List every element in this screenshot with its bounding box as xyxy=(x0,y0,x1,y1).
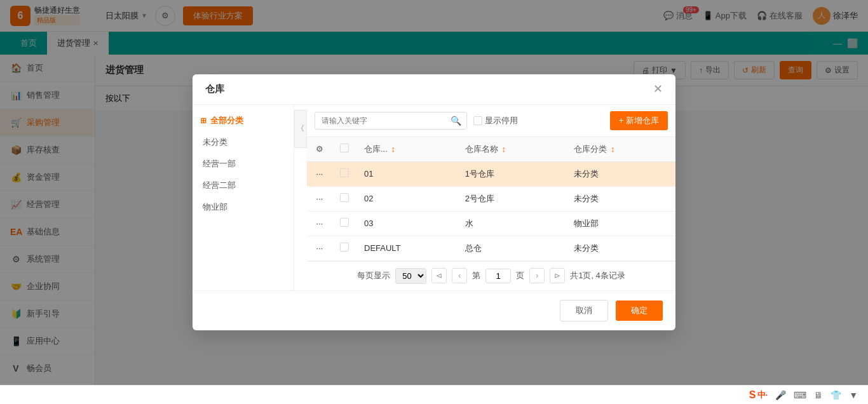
mic-icon[interactable]: 🎤 xyxy=(775,390,786,400)
sort-icon: ↕ xyxy=(391,144,395,154)
page-unit: 页 xyxy=(516,270,524,281)
cancel-button[interactable]: 取消 xyxy=(560,300,608,321)
col-name[interactable]: 仓库名称 ↕ xyxy=(458,137,567,162)
collapse-panel-button[interactable]: 《 xyxy=(294,110,307,148)
warehouse-dialog: 仓库 ✕ ⊞ 全部分类 未分类 经营一部 经营二部 xyxy=(193,74,675,330)
col-category-label: 仓库分类 xyxy=(574,144,607,154)
sort-icon: ↕ xyxy=(501,144,506,154)
show-disabled-checkbox[interactable] xyxy=(473,116,482,125)
total-info: 共1页, 4条记录 xyxy=(570,270,625,281)
category-item[interactable]: 物业部 xyxy=(193,196,294,218)
table-row[interactable]: ··· DEFAULT 总仓 未分类 xyxy=(307,236,675,260)
next-page-button[interactable]: › xyxy=(529,268,545,283)
row-category: 未分类 xyxy=(566,236,675,260)
row-gear: ··· xyxy=(307,161,332,186)
add-warehouse-button[interactable]: + 新增仓库 xyxy=(610,111,668,130)
row-name: 水 xyxy=(458,211,567,236)
per-page-select[interactable]: 50 xyxy=(395,268,426,284)
search-input[interactable] xyxy=(315,113,445,128)
category-item-label: 未分类 xyxy=(203,137,227,147)
page-number-input[interactable] xyxy=(485,269,511,283)
row-gear: ··· xyxy=(307,186,332,211)
col-checkbox xyxy=(332,137,356,162)
col-name-label: 仓库名称 xyxy=(465,144,498,154)
table-row[interactable]: ··· 01 1号仓库 未分类 xyxy=(307,161,675,186)
monitor-icon[interactable]: 🖥 xyxy=(814,390,823,400)
table-row[interactable]: ··· 02 2号仓库 未分类 xyxy=(307,186,675,211)
first-page-button[interactable]: ⊲ xyxy=(431,268,447,283)
table-panel: 🔍 显示停用 + 新增仓库 ⚙ xyxy=(307,105,675,290)
col-code-label: 仓库... xyxy=(364,144,388,154)
prev-page-button[interactable]: ‹ xyxy=(452,268,467,283)
grid-icon: ⊞ xyxy=(200,116,207,125)
row-code: 02 xyxy=(356,186,458,211)
pagination: 每页显示 50 ⊲ ‹ 第 页 › ⊳ 共1页, 4条记录 xyxy=(307,261,675,290)
category-all-item[interactable]: ⊞ 全部分类 xyxy=(193,110,294,131)
row-category: 物业部 xyxy=(566,211,675,236)
dialog-title: 仓库 xyxy=(205,83,224,95)
category-item[interactable]: 经营一部 xyxy=(193,153,294,175)
row-checkbox[interactable] xyxy=(332,186,356,211)
row-select-checkbox[interactable] xyxy=(340,243,349,252)
shirt-icon[interactable]: 👕 xyxy=(831,390,841,400)
search-icon[interactable]: 🔍 xyxy=(445,112,466,129)
category-item-label: 经营一部 xyxy=(203,159,236,168)
modal-overlay[interactable]: 仓库 ✕ ⊞ 全部分类 未分类 经营一部 经营二部 xyxy=(0,0,868,404)
category-panel: ⊞ 全部分类 未分类 经营一部 经营二部 物业部 xyxy=(193,105,294,290)
category-all-label: 全部分类 xyxy=(210,115,243,126)
category-item-label: 经营二部 xyxy=(203,180,236,190)
col-gear: ⚙ xyxy=(307,137,332,162)
row-gear: ··· xyxy=(307,236,332,260)
last-page-button[interactable]: ⊳ xyxy=(550,268,565,283)
page-label: 第 xyxy=(472,270,480,281)
warehouse-table: ⚙ 仓库... ↕ 仓库名称 ↕ xyxy=(307,137,675,261)
show-disabled-label[interactable]: 显示停用 xyxy=(473,115,518,126)
dialog-footer: 取消 确定 xyxy=(193,290,675,330)
row-checkbox[interactable] xyxy=(332,161,356,186)
show-disabled-text: 显示停用 xyxy=(485,115,518,126)
category-item-label: 物业部 xyxy=(203,202,227,212)
row-name: 总仓 xyxy=(458,236,567,260)
row-category: 未分类 xyxy=(566,186,675,211)
bottom-bar: S 中· 🎤 ⌨ 🖥 👕 ▼ xyxy=(0,385,868,404)
row-category: 未分类 xyxy=(566,161,675,186)
dialog-close-button[interactable]: ✕ xyxy=(653,83,663,95)
confirm-button[interactable]: 确定 xyxy=(616,300,663,321)
select-all-checkbox[interactable] xyxy=(340,144,349,152)
row-select-checkbox[interactable] xyxy=(340,193,349,202)
row-name: 2号仓库 xyxy=(458,186,567,211)
row-code: 01 xyxy=(356,161,458,186)
row-gear: ··· xyxy=(307,211,332,236)
col-category[interactable]: 仓库分类 ↕ xyxy=(566,137,675,162)
row-name: 1号仓库 xyxy=(458,161,567,186)
sort-icon: ↕ xyxy=(611,144,615,154)
s-text: 中· xyxy=(757,389,768,401)
col-code[interactable]: 仓库... ↕ xyxy=(356,137,458,162)
per-page-label: 每页显示 xyxy=(357,270,390,281)
row-select-checkbox[interactable] xyxy=(340,168,349,177)
row-checkbox[interactable] xyxy=(332,236,356,260)
row-code: DEFAULT xyxy=(356,236,458,260)
table-toolbar: 🔍 显示停用 + 新增仓库 xyxy=(307,105,675,137)
category-item[interactable]: 经营二部 xyxy=(193,175,294,196)
table-row[interactable]: ··· 03 水 物业部 xyxy=(307,211,675,236)
row-checkbox[interactable] xyxy=(332,211,356,236)
s-icon: S xyxy=(749,389,756,401)
row-code: 03 xyxy=(356,211,458,236)
dialog-body: ⊞ 全部分类 未分类 经营一部 经营二部 物业部 《 xyxy=(193,105,675,290)
keyboard-icon[interactable]: ⌨ xyxy=(794,390,806,400)
search-box: 🔍 xyxy=(315,112,467,130)
dialog-header: 仓库 ✕ xyxy=(193,74,675,105)
chevron-down-icon[interactable]: ▼ xyxy=(849,390,858,400)
row-select-checkbox[interactable] xyxy=(340,218,349,227)
category-item[interactable]: 未分类 xyxy=(193,131,294,153)
s-logo: S 中· xyxy=(749,389,768,401)
